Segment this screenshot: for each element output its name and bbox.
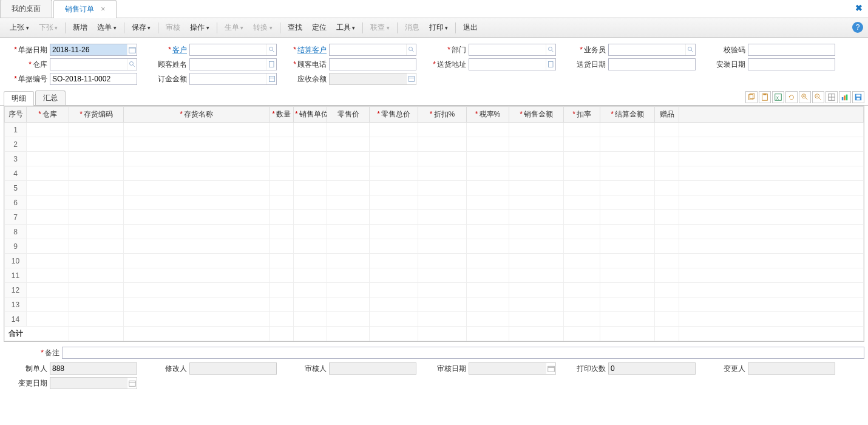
input-remark[interactable] [62,347,864,359]
col-inv-name[interactable]: *存货名称 [124,107,270,123]
table-row[interactable]: 10 [5,254,864,268]
cell[interactable] [600,239,655,254]
cell[interactable] [69,181,124,195]
cell[interactable] [370,195,418,210]
cell[interactable] [564,123,600,137]
table-row[interactable]: 13 [5,298,864,312]
cell[interactable] [418,137,467,152]
cell[interactable] [327,225,370,239]
cell[interactable] [69,195,124,210]
cell[interactable] [370,268,418,283]
cell[interactable] [327,283,370,298]
input-check-code[interactable] [748,44,835,56]
cell[interactable] [564,181,600,195]
table-row[interactable]: 3 [5,152,864,166]
cell[interactable] [655,152,679,166]
input-ship-addr[interactable] [469,58,556,70]
cell[interactable] [294,254,327,268]
cell[interactable] [467,181,509,195]
cell[interactable] [509,283,564,298]
cell[interactable] [509,137,564,152]
cell[interactable] [509,123,564,137]
label-settle-cust[interactable]: 结算客户 [297,46,327,54]
cell[interactable] [655,312,679,327]
panel-close-icon[interactable]: ✖ [853,2,864,13]
cell[interactable] [600,298,655,312]
cell[interactable] [370,239,418,254]
cell[interactable] [124,166,270,181]
cell[interactable] [418,195,467,210]
cell[interactable] [69,254,124,268]
cell[interactable] [327,166,370,181]
cell[interactable] [564,312,600,327]
col-unit[interactable]: *销售单位 [294,107,327,123]
cell[interactable] [418,181,467,195]
sub-tab-summary[interactable]: 汇总 [35,90,66,105]
cell[interactable] [370,298,418,312]
cell[interactable] [124,225,270,239]
tb-print[interactable]: 打印 [424,20,453,35]
tb-prev[interactable]: 上张 [5,20,34,35]
cell[interactable] [418,152,467,166]
cell[interactable] [27,181,69,195]
table-row[interactable]: 7 [5,210,864,225]
tb-select[interactable]: 选单 [92,20,121,35]
col-discount-pct[interactable]: *折扣% [418,107,467,123]
input-customer[interactable] [189,44,277,56]
cell[interactable] [124,152,270,166]
col-inv-code[interactable]: *存货编码 [69,107,124,123]
table-row[interactable]: 6 [5,195,864,210]
cell[interactable] [124,298,270,312]
calc-icon[interactable] [266,73,276,84]
cell[interactable] [327,195,370,210]
cell[interactable] [467,298,509,312]
col-retail-price[interactable]: 零售价 [327,107,370,123]
cell[interactable] [467,312,509,327]
cell[interactable] [679,239,864,254]
table-row[interactable]: 14 [5,312,864,327]
cell[interactable] [655,254,679,268]
calendar-icon[interactable] [546,363,555,374]
cell[interactable] [69,298,124,312]
cell[interactable] [564,298,600,312]
dashboard-icon[interactable] [826,91,838,103]
cell[interactable] [655,283,679,298]
cell[interactable] [294,152,327,166]
cell[interactable] [294,312,327,327]
cell[interactable] [600,312,655,327]
cell[interactable] [679,254,864,268]
cell[interactable] [679,181,864,195]
cell[interactable] [327,312,370,327]
input-deposit[interactable] [189,73,277,85]
tb-operate[interactable]: 操作 [185,20,214,35]
tb-tools[interactable]: 工具 [331,20,361,35]
help-icon[interactable]: ? [852,22,863,33]
cell[interactable] [270,137,294,152]
cell[interactable] [294,210,327,225]
edit-icon[interactable] [546,59,555,70]
cell[interactable] [270,123,294,137]
copy-icon[interactable] [745,91,758,103]
table-row[interactable]: 9 [5,239,864,254]
cell[interactable] [270,152,294,166]
cell[interactable] [327,210,370,225]
zoom-out-icon[interactable] [812,91,824,103]
input-cust-phone[interactable] [329,58,416,70]
cell[interactable] [124,312,270,327]
cell[interactable] [27,152,69,166]
cell[interactable] [270,166,294,181]
input-doc-date[interactable] [50,44,137,56]
tab-sales-order[interactable]: 销售订单 × [53,0,117,18]
tb-find[interactable]: 查找 [283,20,307,35]
input-warehouse[interactable] [50,58,137,70]
calendar-icon[interactable] [127,378,137,389]
search-icon[interactable] [406,44,416,55]
label-customer[interactable]: 客户 [172,46,187,54]
cell[interactable] [467,195,509,210]
calendar-icon[interactable] [127,44,137,55]
cell[interactable] [69,123,124,137]
cell[interactable] [327,239,370,254]
cell[interactable] [69,268,124,283]
cell[interactable] [679,283,864,298]
search-icon[interactable] [127,59,137,70]
